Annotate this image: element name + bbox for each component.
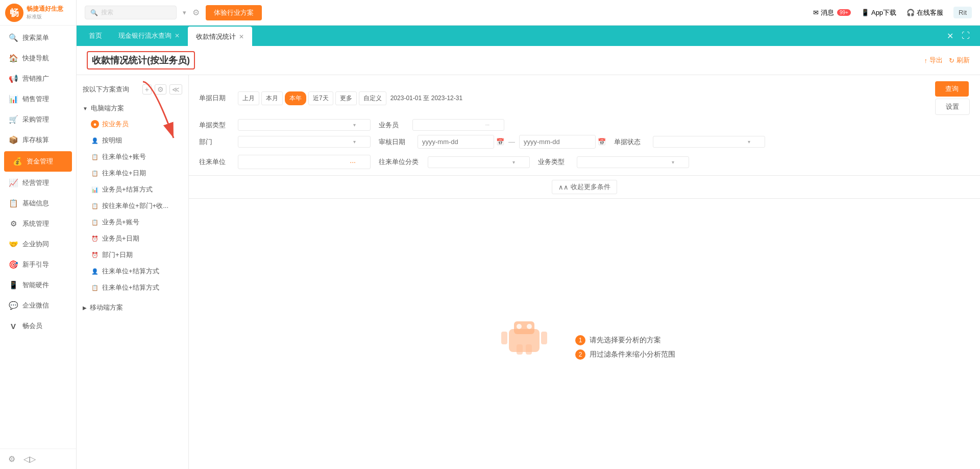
query-btn[interactable]: 查询 xyxy=(935,81,969,97)
sidebar-item-sales[interactable]: 📊 销售管理 xyxy=(0,89,76,109)
message-btn[interactable]: ✉ 消息 99+ xyxy=(813,8,851,17)
scheme-item-salesperson[interactable]: ● 按业务员 xyxy=(77,116,188,132)
doc-type-dropdown-icon: ▾ xyxy=(353,122,356,128)
purchase-icon: 🛒 xyxy=(8,114,18,125)
sidebar-item-inventory[interactable]: 📦 库存核算 xyxy=(0,130,76,150)
salesperson-scheme-icon: ● xyxy=(91,120,99,128)
app-logo: 畅 畅捷通好生意 标准版 xyxy=(0,0,76,26)
page-title: 收款情况统计(按业务员) xyxy=(87,51,195,69)
calendar-start-icon[interactable]: 📅 xyxy=(496,138,504,146)
export-btn[interactable]: ↑ 导出 xyxy=(924,56,943,65)
tabbar: 首页 现金银行流水查询 ✕ 收款情况统计 ✕ ✕ ⛶ xyxy=(77,26,980,46)
close-window-icon[interactable]: ✕ xyxy=(945,29,955,43)
partner-more-icon[interactable]: ··· xyxy=(350,158,356,166)
sidebar-item-guide[interactable]: 🎯 新手引导 xyxy=(0,254,76,275)
salesperson-dropdown-icon: ··· xyxy=(485,122,489,128)
dept-dropdown-icon: ▾ xyxy=(353,139,356,145)
app-download-btn[interactable]: 📱 App下载 xyxy=(861,8,896,17)
review-date-start[interactable] xyxy=(418,135,494,149)
topbar-search-box[interactable]: 🔍 搜索 xyxy=(85,6,177,19)
review-date-end[interactable] xyxy=(519,135,596,149)
collapse-icon[interactable]: ◁▷ xyxy=(23,454,36,464)
filter-row-2: 部门 ▾ 审核日期 📅 — 📅 单据状态 xyxy=(199,135,970,149)
topbar-gear-icon[interactable]: ⚙ xyxy=(192,8,200,17)
tab-bank-close[interactable]: ✕ xyxy=(175,32,180,39)
review-date-group: 📅 — 📅 xyxy=(418,135,606,149)
sidebar-item-finance[interactable]: 💰 资金管理 xyxy=(4,151,72,172)
left-panel: 按以下方案查询 + ⚙ ≪ ▼ 电脑端方案 ● 按业务员 👤 xyxy=(77,75,189,469)
partner-category-select[interactable]: ▾ xyxy=(428,156,530,168)
tab-home[interactable]: 首页 xyxy=(81,26,110,46)
partner-settle1-icon: 👤 xyxy=(91,267,99,275)
sidebar-item-wechat[interactable]: 💬 企业微信 xyxy=(0,295,76,316)
salesperson-label: 业务员 xyxy=(379,121,404,130)
scheme-item-partner-dept[interactable]: 📋 按往来单位+部门+收... xyxy=(77,198,188,214)
date-btn-custom[interactable]: 自定义 xyxy=(359,91,386,105)
scheme-item-partner-account[interactable]: 📋 往来单位+账号 xyxy=(77,149,188,165)
date-btn-7days[interactable]: 近7天 xyxy=(308,91,333,105)
sidebar-item-operations[interactable]: 📈 经营管理 xyxy=(0,173,76,193)
biz-type-select[interactable]: ▾ xyxy=(577,156,689,168)
refresh-btn[interactable]: ↻ 刷新 xyxy=(949,56,970,65)
filter-row-1b: 单据类型 ▾ 业务员 ··· xyxy=(199,119,970,131)
main-area: 🔍 搜索 ▾ ⚙ 体验行业方案 ✉ 消息 99+ 📱 App下载 🎧 在线客服 … xyxy=(77,0,980,469)
maximize-icon[interactable]: ⛶ xyxy=(960,29,972,42)
sidebar-item-marketing[interactable]: 📢 营销推广 xyxy=(0,68,76,89)
user-avatar[interactable]: Rit xyxy=(953,7,972,18)
date-dash: — xyxy=(508,138,515,146)
sidebar-item-system[interactable]: ⚙ 系统管理 xyxy=(0,214,76,234)
date-btn-last-month[interactable]: 上月 xyxy=(238,91,259,105)
marketing-icon: 📢 xyxy=(8,74,18,84)
partner-date-icon: 📋 xyxy=(91,169,99,177)
gear-icon[interactable]: ⚙ xyxy=(155,84,166,95)
date-btn-this-month[interactable]: 本月 xyxy=(261,91,283,105)
scheme-group-desktop: ▼ 电脑端方案 ● 按业务员 👤 按明细 📋 往来单位+账号 📋 往来 xyxy=(77,99,188,298)
sidebar-item-search[interactable]: 🔍 搜索菜单 xyxy=(0,28,76,48)
scheme-item-salesperson-settle[interactable]: 📊 业务员+结算方式 xyxy=(77,181,188,198)
sidebar-item-basic[interactable]: 📋 基础信息 xyxy=(0,193,76,214)
sidebar-bottom: ⚙ ◁▷ xyxy=(0,449,76,469)
scheme-item-partner-settle2[interactable]: 📋 往来单位+结算方式 xyxy=(77,279,188,296)
doc-type-select[interactable]: ▾ xyxy=(238,119,371,131)
sidebar-item-hardware[interactable]: 📱 智能硬件 xyxy=(0,275,76,295)
date-btn-more[interactable]: 更多 xyxy=(335,91,357,105)
scheme-item-partner-date[interactable]: 📋 往来单位+日期 xyxy=(77,165,188,181)
svg-rect-5 xyxy=(526,344,532,355)
trial-btn[interactable]: 体验行业方案 xyxy=(206,5,262,20)
sidebar-item-quicknav[interactable]: 🏠 快捷导航 xyxy=(0,48,76,68)
tab-bank[interactable]: 现金银行流水查询 ✕ xyxy=(110,26,188,46)
add-icon[interactable]: + xyxy=(142,84,152,95)
scheme-item-salesperson-date[interactable]: ⏰ 业务员+日期 xyxy=(77,230,188,247)
tab-receipt-close[interactable]: ✕ xyxy=(239,33,244,40)
sidebar-item-purchase[interactable]: 🛒 采购管理 xyxy=(0,109,76,130)
collapse-up-icon: ∧∧ xyxy=(558,183,569,191)
collapse-panel-icon[interactable]: ≪ xyxy=(169,84,182,95)
online-service-btn[interactable]: 🎧 在线客服 xyxy=(906,8,943,17)
calendar-end-icon[interactable]: 📅 xyxy=(598,138,606,146)
collapse-btn[interactable]: ∧∧ 收起更多条件 xyxy=(552,180,617,194)
topbar-dropdown-icon[interactable]: ▾ xyxy=(183,9,186,16)
partner-select[interactable]: ··· xyxy=(238,155,371,169)
salesperson-select[interactable]: ··· xyxy=(412,119,504,131)
review-date-label: 审核日期 xyxy=(379,137,409,147)
scheme-group-desktop-title[interactable]: ▼ 电脑端方案 xyxy=(77,101,188,116)
date-btn-this-year[interactable]: 本年 xyxy=(285,91,306,105)
sidebar-item-member[interactable]: V 畅会员 xyxy=(0,316,76,336)
settings-btn[interactable]: 设置 xyxy=(935,99,970,115)
tab-receipt[interactable]: 收款情况统计 ✕ xyxy=(188,27,252,47)
dept-select[interactable]: ▾ xyxy=(238,136,371,148)
scheme-item-salesperson-account[interactable]: 📋 业务员+账号 xyxy=(77,214,188,230)
salesperson-date-icon: ⏰ xyxy=(91,235,99,243)
sidebar-item-enterprise[interactable]: 🤝 企业协同 xyxy=(0,234,76,254)
filter-row-1: 单据日期 上月 本月 本年 近7天 更多 自定义 2023-01-01 至 20… xyxy=(199,81,970,115)
inventory-icon: 📦 xyxy=(8,135,18,145)
scheme-item-detail[interactable]: 👤 按明细 xyxy=(77,132,188,149)
empty-state: 1 请先选择要分析的方案 2 用过滤条件来缩小分析范围 xyxy=(494,309,675,360)
doc-status-select[interactable]: ▾ xyxy=(653,136,765,148)
settings-icon[interactable]: ⚙ xyxy=(8,454,15,464)
scheme-item-dept-date[interactable]: ⏰ 部门+日期 xyxy=(77,247,188,263)
doc-type-label: 单据类型 xyxy=(199,121,230,130)
page-actions: ↑ 导出 ↻ 刷新 xyxy=(924,56,970,65)
scheme-group-mobile-title[interactable]: ▶ 移动端方案 xyxy=(77,300,188,315)
scheme-item-partner-settle1[interactable]: 👤 往来单位+结算方式 xyxy=(77,263,188,279)
